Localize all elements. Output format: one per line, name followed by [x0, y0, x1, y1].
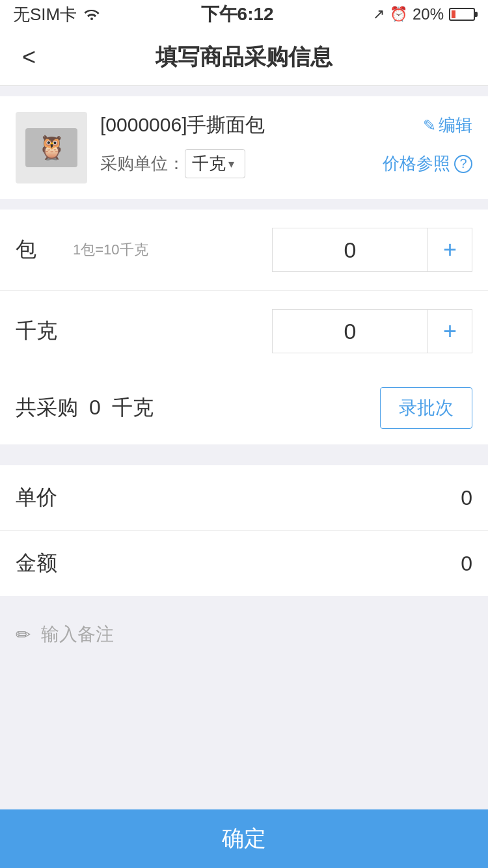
total-prefix: 共采购	[16, 396, 78, 419]
bag-value: 0	[344, 237, 357, 263]
unit-price-label: 单价	[16, 483, 57, 512]
product-thumbnail: 🦉	[16, 112, 87, 183]
amount-row: 金额 0	[0, 531, 488, 596]
kg-number-input[interactable]: 0	[272, 309, 428, 353]
record-batch-button[interactable]: 录批次	[380, 387, 472, 429]
status-left: 无SIM卡	[13, 3, 102, 26]
product-card: 🦉 [0000006]手撕面包 ✎ 编辑 采购单位： 千克 ▾ 价格参照 ?	[0, 96, 488, 199]
price-ref-label: 价格参照	[383, 152, 450, 175]
kg-plus-button[interactable]: +	[428, 309, 472, 353]
bag-input-row: 包 1包=10千克 0 +	[0, 210, 488, 291]
chevron-down-icon: ▾	[228, 157, 234, 171]
product-image: 🦉	[25, 128, 77, 167]
total-text: 共采购 0 千克	[16, 394, 154, 422]
unit-row: 采购单位： 千克 ▾ 价格参照 ?	[100, 149, 472, 178]
unit-price-value: 0	[461, 486, 472, 510]
bag-input-group: 0 +	[272, 228, 472, 272]
product-name-row: [0000006]手撕面包 ✎ 编辑	[100, 112, 472, 139]
battery-icon	[449, 8, 475, 21]
notes-placeholder: 输入备注	[41, 622, 114, 647]
unit-select[interactable]: 千克 ▾	[185, 149, 245, 178]
edit-button[interactable]: ✎ 编辑	[423, 114, 472, 137]
divider-1	[0, 199, 488, 210]
nav-bar: < 填写商品采购信息	[0, 29, 488, 86]
battery-percent: 20%	[413, 5, 444, 23]
page-title: 填写商品采购信息	[156, 42, 332, 72]
input-section: 包 1包=10千克 0 + 千克 0 +	[0, 210, 488, 372]
unit-price-row: 单价 0	[0, 465, 488, 531]
confirm-label: 确定	[222, 824, 266, 854]
status-right: ↗ ⏰ 20%	[373, 5, 475, 23]
total-unit: 千克	[112, 396, 154, 419]
notes-section[interactable]: ✏ 输入备注	[0, 606, 488, 662]
carrier-label: 无SIM卡	[13, 3, 77, 26]
amount-value: 0	[461, 552, 472, 576]
wifi-icon	[82, 5, 102, 25]
price-ref-button[interactable]: 价格参照 ?	[383, 152, 472, 175]
amount-label: 金额	[16, 549, 57, 578]
product-name: [0000006]手撕面包	[100, 112, 265, 139]
product-owl-icon: 🦉	[37, 134, 66, 161]
kg-label: 千克	[16, 317, 68, 346]
unit-value: 千克	[192, 152, 226, 175]
kg-value: 0	[344, 319, 357, 344]
status-bar: 无SIM卡 下午6:12 ↗ ⏰ 20%	[0, 0, 488, 29]
bag-plus-button[interactable]: +	[428, 228, 472, 272]
total-row: 共采购 0 千克 录批次	[0, 372, 488, 444]
pencil-icon: ✏	[16, 624, 31, 645]
status-time: 下午6:12	[201, 2, 274, 27]
alarm-icon: ⏰	[390, 6, 407, 23]
bag-sublabel: 1包=10千克	[73, 240, 148, 260]
help-icon: ?	[454, 155, 472, 173]
edit-label: 编辑	[439, 114, 472, 137]
kg-input-row: 千克 0 +	[0, 291, 488, 372]
unit-selector-group: 采购单位： 千克 ▾	[100, 149, 245, 178]
bag-number-input[interactable]: 0	[272, 228, 428, 272]
edit-icon: ✎	[423, 116, 436, 135]
location-icon: ↗	[373, 6, 385, 23]
total-amount: 0	[89, 396, 101, 419]
divider-2	[0, 444, 488, 455]
price-section: 单价 0 金额 0	[0, 465, 488, 596]
product-info: [0000006]手撕面包 ✎ 编辑 采购单位： 千克 ▾ 价格参照 ?	[100, 112, 472, 178]
bag-label: 包	[16, 236, 68, 264]
kg-input-group: 0 +	[272, 309, 472, 353]
unit-label: 采购单位：	[100, 152, 185, 175]
back-button[interactable]: <	[16, 37, 42, 77]
confirm-button[interactable]: 确定	[0, 809, 488, 868]
